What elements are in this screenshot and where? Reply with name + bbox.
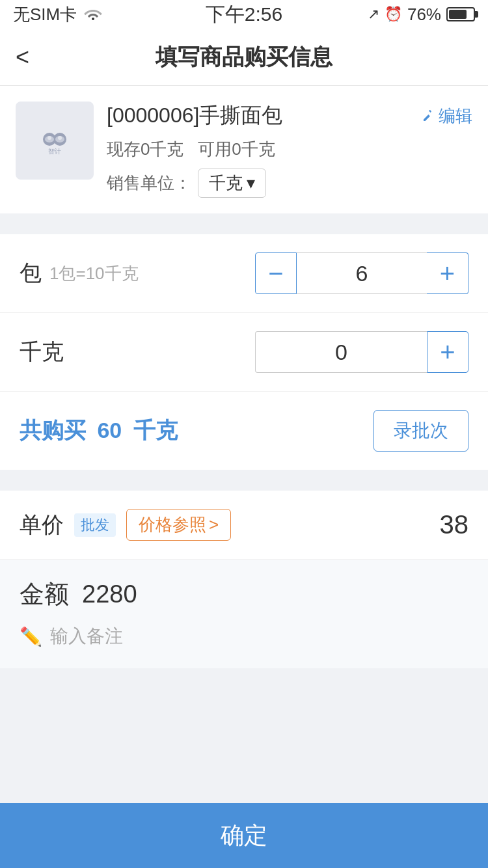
total-value: 60 xyxy=(97,418,122,442)
chevron-down-icon: ▾ xyxy=(247,173,255,193)
product-row1: [0000006]手撕面包 编辑 xyxy=(107,102,472,130)
product-name: [0000006]手撕面包 xyxy=(107,102,282,130)
battery-percent: 76% xyxy=(407,5,441,25)
product-card: 智计 [0000006]手撕面包 编辑 现存0千克 可用0千克 销售单位： 千克… xyxy=(0,86,488,213)
kg-increment-button[interactable]: + xyxy=(427,331,468,373)
price-value: 38 xyxy=(440,510,469,539)
battery-icon xyxy=(446,7,475,21)
bag-quantity-control: − + xyxy=(255,252,468,294)
pencil-icon: ✏️ xyxy=(20,626,42,647)
status-right: ↗ ⏰ 76% xyxy=(368,5,475,25)
status-left: 无SIM卡 xyxy=(13,3,103,26)
bag-hint: 1包=10千克 xyxy=(49,262,139,285)
total-text: 共购买 60 千克 xyxy=(20,416,178,446)
price-label: 单价 批发 价格参照 > xyxy=(20,509,231,541)
quantity-section: 包 1包=10千克 − + 千克 + xyxy=(0,234,488,392)
bag-label: 包 1包=10千克 xyxy=(20,258,139,288)
remark-row[interactable]: ✏️ 输入备注 xyxy=(20,624,468,668)
chevron-right-icon: > xyxy=(209,515,219,535)
price-reference-button[interactable]: 价格参照 > xyxy=(126,509,231,541)
kg-quantity-control: + xyxy=(255,331,468,373)
amount-value: 2280 xyxy=(82,580,137,608)
remark-placeholder: 输入备注 xyxy=(50,624,123,649)
amount-section: 金额 2280 ✏️ 输入备注 xyxy=(0,560,488,668)
svg-text:智计: 智计 xyxy=(48,148,61,155)
price-badge: 批发 xyxy=(74,513,116,537)
status-bar: 无SIM卡 下午2:56 ↗ ⏰ 76% xyxy=(0,0,488,29)
location-icon: ↗ xyxy=(368,6,379,23)
nav-bar: < 填写商品购买信息 xyxy=(0,29,488,86)
product-stock: 现存0千克 可用0千克 xyxy=(107,138,472,161)
kg-quantity-row: 千克 + xyxy=(0,313,488,392)
divider-2 xyxy=(0,480,488,491)
edit-button[interactable]: 编辑 xyxy=(422,105,472,128)
confirm-footer[interactable]: 确定 xyxy=(0,803,488,868)
bag-decrement-button[interactable]: − xyxy=(255,252,297,294)
amount-label: 金额 xyxy=(20,578,69,611)
svg-point-4 xyxy=(47,136,51,140)
back-button[interactable]: < xyxy=(16,44,29,71)
product-info: [0000006]手撕面包 编辑 现存0千克 可用0千克 销售单位： 千克 ▾ xyxy=(107,102,472,198)
kg-label: 千克 xyxy=(20,337,64,367)
bag-quantity-input[interactable] xyxy=(297,252,427,294)
carrier-text: 无SIM卡 xyxy=(13,3,77,26)
product-unit: 销售单位： 千克 ▾ xyxy=(107,169,472,198)
alarm-icon: ⏰ xyxy=(385,6,402,23)
divider-1 xyxy=(0,224,488,234)
price-section: 单价 批发 价格参照 > 38 xyxy=(0,491,488,560)
edit-label: 编辑 xyxy=(439,105,472,128)
bag-increment-button[interactable]: + xyxy=(427,252,468,294)
wifi-icon xyxy=(83,5,103,25)
total-row: 共购买 60 千克 录批次 xyxy=(0,392,488,470)
page-title: 填写商品购买信息 xyxy=(156,42,332,72)
batch-button[interactable]: 录批次 xyxy=(373,410,468,452)
kg-quantity-input[interactable] xyxy=(255,331,427,373)
svg-point-5 xyxy=(58,136,62,140)
unit-select[interactable]: 千克 ▾ xyxy=(198,169,266,198)
status-time: 下午2:56 xyxy=(206,1,282,28)
bag-quantity-row: 包 1包=10千克 − + xyxy=(0,234,488,313)
confirm-button-label: 确定 xyxy=(221,820,267,852)
amount-row: 金额 2280 xyxy=(20,578,468,624)
product-image: 智计 xyxy=(16,102,94,180)
